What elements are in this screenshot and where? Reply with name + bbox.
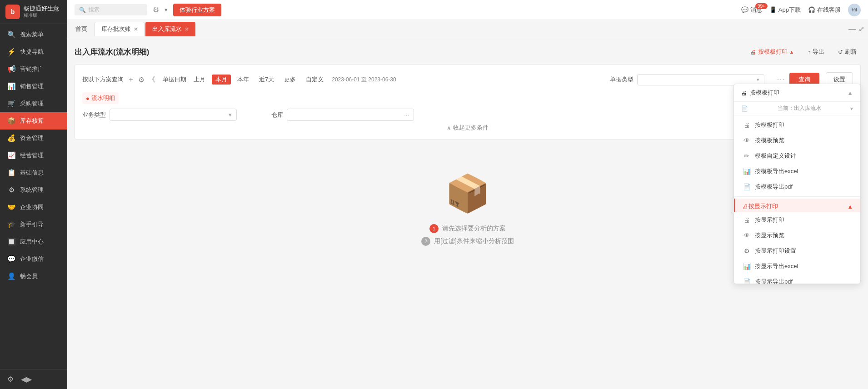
dp-display-section-header[interactable]: 🖨 按显示打印 ▲ — [734, 199, 860, 212]
trial-industry-button[interactable]: 体验行业方案 — [173, 4, 221, 16]
search-box[interactable]: 🔍 搜索 — [75, 4, 147, 15]
print-label: 按模板打印 — [758, 48, 788, 56]
date-opt-7days[interactable]: 近7天 — [255, 75, 278, 85]
sidebar-item-basicinfo[interactable]: 📋 基础信息 — [0, 164, 67, 181]
search-scheme-field: 按以下方案查询 ＋ ⚙ 《 — [82, 75, 155, 85]
date-opt-this-year[interactable]: 本年 — [234, 75, 253, 85]
flow-tag[interactable]: ● 流水明细 — [82, 92, 119, 104]
add-filter-icon[interactable]: ＋ — [127, 75, 135, 85]
sidebar-item-weixin[interactable]: 💬 企业微信 — [0, 250, 67, 268]
collapse-button[interactable]: ∧ 收起更多条件 — [447, 124, 489, 132]
export-button[interactable]: ↑ 导出 — [804, 45, 829, 58]
dp-item-display-preview[interactable]: 👁 按显示预览 — [734, 228, 860, 243]
page-header: 出入库流水(流水明细) 🖨 按模板打印 ▲ ↑ 导出 ↺ 刷新 — [75, 45, 861, 58]
print-template-button[interactable]: 🖨 按模板打印 ▲ — [746, 45, 798, 58]
date-opt-more[interactable]: 更多 — [280, 75, 299, 85]
quicknav-icon: ⚡ — [7, 48, 15, 56]
dp-item-template-excel[interactable]: 📊 按模板导出excel — [734, 164, 860, 179]
dp-title-label: 按模板打印 — [750, 89, 779, 97]
page-actions: 🖨 按模板打印 ▲ ↑ 导出 ↺ 刷新 — [746, 45, 861, 58]
sidebar-item-appcenter[interactable]: 🔲 应用中心 — [0, 233, 67, 250]
app-name: 畅捷通好生意 — [24, 5, 59, 13]
biz-type-input[interactable]: ▾ — [110, 109, 237, 121]
sidebar-item-label: 新手引导 — [20, 220, 44, 229]
settings-filter-icon[interactable]: ⚙ — [138, 75, 145, 84]
sidebar-item-finance[interactable]: 💰 资金管理 — [0, 130, 67, 147]
app-download-label: App下载 — [778, 6, 801, 14]
tab-home[interactable]: 首页 — [69, 22, 94, 36]
message-badge: 99+ — [755, 3, 768, 9]
dp-item-label: 按显示导出excel — [755, 262, 798, 270]
tab-minimize-icon[interactable]: — — [848, 25, 856, 33]
tab-maximize-icon[interactable]: ⤢ — [858, 25, 864, 33]
message-icon: 💬 — [741, 6, 748, 13]
sidebar-item-purchase[interactable]: 🛒 采购管理 — [0, 95, 67, 112]
online-service-button[interactable]: 🎧 在线客服 — [808, 6, 841, 14]
dp-item-display-pdf[interactable]: 📄 按显示导出pdf — [734, 274, 860, 284]
sidebar-item-label: 畅会员 — [20, 272, 38, 280]
search-scheme-label: 按以下方案查询 — [82, 75, 124, 84]
message-button[interactable]: 💬 消息 99+ — [741, 6, 762, 14]
sidebar-item-collab[interactable]: 🤝 企业协同 — [0, 199, 67, 216]
tab-home-label: 首页 — [75, 25, 87, 33]
topbar-dropdown-icon[interactable]: ▾ — [165, 6, 168, 13]
dp-item-template-pdf[interactable]: 📄 按模板导出pdf — [734, 179, 860, 194]
dp-display-section-label: 按显示打印 — [748, 202, 778, 210]
page-content: 出入库流水(流水明细) 🖨 按模板打印 ▲ ↑ 导出 ↺ 刷新 — [67, 38, 868, 389]
dp-item-display-excel[interactable]: 📊 按显示导出excel — [734, 259, 860, 274]
dp-item-display-print[interactable]: 🖨 按显示打印 — [734, 212, 860, 228]
sidebar-nav: 🔍 搜索菜单 ⚡ 快捷导航 📢 营销推广 📊 销售管理 🛒 采购管理 📦 库存核… — [0, 24, 67, 369]
finance-icon: 💰 — [7, 134, 15, 142]
export-icon: ↑ — [808, 49, 811, 55]
tab-inout-flow[interactable]: 出入库流水 ✕ — [145, 22, 195, 36]
tab-inventory-batch[interactable]: 库存批次账 ✕ — [95, 22, 145, 36]
dp-item-display-settings[interactable]: ⚙ 按显示打印设置 — [734, 243, 860, 259]
sidebar-item-inventory[interactable]: 📦 库存核算 — [0, 112, 67, 130]
dp-template-pdf-icon: 📄 — [743, 183, 750, 190]
topbar-right: 💬 消息 99+ 📱 App下载 🎧 在线客服 Rit — [741, 4, 861, 16]
date-opt-this-month[interactable]: 本月 — [212, 75, 231, 85]
settings-icon[interactable]: ⚙ — [7, 375, 14, 384]
warehouse-more-icon[interactable]: ··· — [404, 111, 409, 118]
search-menu-icon: 🔍 — [7, 30, 15, 39]
sidebar-item-sales[interactable]: 📊 销售管理 — [0, 78, 67, 95]
sidebar-item-management[interactable]: 📈 经营管理 — [0, 147, 67, 164]
tab-close-icon[interactable]: ✕ — [185, 26, 189, 32]
sidebar-item-search[interactable]: 🔍 搜索菜单 — [0, 26, 67, 43]
tab-close-icon[interactable]: ✕ — [134, 26, 138, 32]
dp-item-label: 按模板导出excel — [755, 167, 798, 175]
date-options: 上月 本月 本年 近7天 更多 自定义 2023-06-01 至 2023-06… — [190, 75, 396, 85]
management-icon: 📈 — [7, 151, 15, 160]
more-options-icon[interactable]: ··· — [777, 75, 786, 84]
refresh-button[interactable]: ↺ 刷新 — [834, 45, 861, 58]
sidebar-item-beginner[interactable]: 🎓 新手引导 — [0, 216, 67, 233]
sidebar-item-system[interactable]: ⚙ 系统管理 — [0, 181, 67, 199]
warehouse-input[interactable]: ··· — [287, 109, 414, 121]
dp-display-print-icon: 🖨 — [743, 216, 750, 224]
dp-display-pdf-icon: 📄 — [743, 278, 750, 284]
collapse-icon[interactable]: ◀▶ — [21, 375, 32, 384]
sidebar-item-quicknav[interactable]: ⚡ 快捷导航 — [0, 43, 67, 60]
date-opt-custom[interactable]: 自定义 — [302, 75, 327, 85]
user-avatar[interactable]: Rit — [848, 4, 861, 16]
sidebar-item-vip[interactable]: 👤 畅会员 — [0, 268, 67, 285]
sidebar-item-marketing[interactable]: 📢 营销推广 — [0, 60, 67, 78]
collapse-filter-icon[interactable]: 《 — [148, 75, 155, 85]
dp-item-template-preview[interactable]: 👁 按模板预览 — [734, 133, 860, 148]
dp-item-label: 按显示打印 — [755, 216, 784, 224]
dp-display-section-icon: 🖨 — [743, 203, 748, 210]
sidebar-item-label: 搜索菜单 — [20, 30, 44, 39]
app-edition: 标准版 — [24, 12, 59, 19]
dp-item-template-print[interactable]: 🖨 按模板打印 — [734, 117, 860, 133]
warehouse-label: 仓库 — [271, 111, 283, 119]
export-label: 导出 — [813, 48, 824, 56]
date-opt-last-month[interactable]: 上月 — [190, 75, 209, 85]
appcenter-icon: 🔲 — [7, 238, 15, 246]
topbar-gear-icon[interactable]: ⚙ — [153, 5, 159, 14]
dp-display-settings-icon: ⚙ — [743, 247, 750, 254]
dp-collapse-icon[interactable]: ▲ — [847, 90, 853, 96]
sidebar-item-label: 基础信息 — [20, 169, 44, 177]
dp-item-template-design[interactable]: ✏ 模板自定义设计 — [734, 148, 860, 164]
app-download-button[interactable]: 📱 App下载 — [769, 6, 801, 14]
tab-expand-area: — ⤢ — [848, 25, 864, 33]
